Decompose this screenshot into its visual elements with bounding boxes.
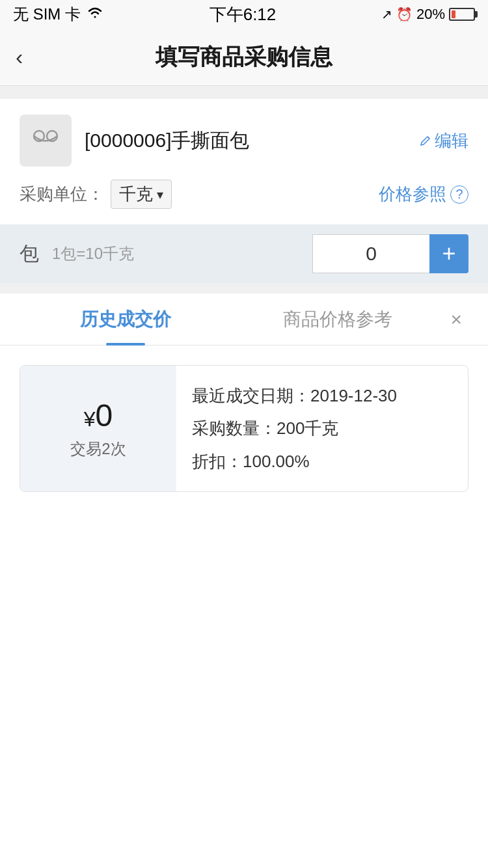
product-logo <box>26 120 65 162</box>
price-ref-label: 价格参照 <box>379 183 446 206</box>
purchase-quantity-label: 采购数量： <box>192 418 277 438</box>
quantity-row: 包 1包=10千克 + <box>0 224 488 283</box>
price-ref-help-icon: ? <box>450 185 468 204</box>
product-info-row: [0000006]手撕面包 <box>20 115 249 167</box>
discount-value: 100.00% <box>243 452 310 471</box>
price-value: 0 <box>96 398 113 433</box>
price-symbol: ¥ <box>84 407 96 431</box>
recent-date-value: 2019-12-30 <box>310 386 397 405</box>
signal-text: 无 SIM 卡 <box>13 4 81 25</box>
location-icon: ↗ <box>381 7 392 22</box>
unit-select[interactable]: 千克 ▾ <box>111 180 172 209</box>
back-button[interactable]: ‹ <box>16 44 23 70</box>
purchase-quantity-value: 200千克 <box>277 418 338 438</box>
history-card: ¥0 交易2次 最近成交日期：2019-12-30 采购数量：200千克 折扣：… <box>20 365 468 492</box>
quantity-plus-button[interactable]: + <box>429 234 468 273</box>
price-ref-button[interactable]: 价格参照 ? <box>379 183 468 206</box>
tab-history-label: 历史成交价 <box>80 307 171 332</box>
tab-history-price[interactable]: 历史成交价 <box>20 293 232 346</box>
history-left: ¥0 交易2次 <box>20 366 176 491</box>
product-header: [0000006]手撕面包 编辑 <box>20 115 468 167</box>
product-thumbnail <box>20 115 72 167</box>
tab-header: 历史成交价 商品价格参考 × <box>0 293 488 346</box>
battery-icon <box>449 8 475 21</box>
status-bar: 无 SIM 卡 下午6:12 ↗ ⏰ 20% <box>0 0 488 29</box>
tab-price-ref-label: 商品价格参考 <box>283 307 392 332</box>
quantity-input[interactable] <box>312 234 429 273</box>
tab-product-price-ref[interactable]: 商品价格参考 <box>232 293 444 346</box>
recent-date-row: 最近成交日期：2019-12-30 <box>192 384 452 407</box>
tab-panel: 历史成交价 商品价格参考 × ¥0 交易2次 最近成交日期：2019-12-30… <box>0 293 488 511</box>
discount-label: 折扣： <box>192 452 243 471</box>
product-card: [0000006]手撕面包 编辑 采购单位： 千克 ▾ 价格参照 ? <box>0 99 488 224</box>
quantity-input-wrap: + <box>312 234 468 273</box>
status-left: 无 SIM 卡 <box>13 4 104 25</box>
wifi-icon <box>86 5 104 23</box>
product-name: [0000006]手撕面包 <box>85 128 249 154</box>
recent-date-label: 最近成交日期： <box>192 386 310 405</box>
tab-close-button[interactable]: × <box>444 308 468 331</box>
unit-value: 千克 <box>119 183 153 206</box>
unit-label: 采购单位： <box>20 183 104 206</box>
battery-percent: 20% <box>416 6 445 23</box>
alarm-icon: ⏰ <box>396 7 413 22</box>
quantity-unit-label: 包 <box>20 241 39 267</box>
page-title: 填写商品采购信息 <box>156 42 332 72</box>
quantity-hint: 1包=10千克 <box>52 243 134 264</box>
page-rest <box>0 511 488 868</box>
unit-dropdown-arrow: ▾ <box>157 187 163 202</box>
nav-bar: ‹ 填写商品采购信息 <box>0 29 488 86</box>
status-right: ↗ ⏰ 20% <box>381 6 475 23</box>
purchase-quantity-row: 采购数量：200千克 <box>192 416 452 440</box>
unit-row: 采购单位： 千克 ▾ 价格参照 ? <box>20 180 468 209</box>
history-right: 最近成交日期：2019-12-30 采购数量：200千克 折扣：100.00% <box>176 366 468 491</box>
edit-button[interactable]: 编辑 <box>419 129 468 152</box>
discount-row: 折扣：100.00% <box>192 450 452 473</box>
history-trades: 交易2次 <box>70 439 126 459</box>
tab-content: ¥0 交易2次 最近成交日期：2019-12-30 采购数量：200千克 折扣：… <box>0 346 488 511</box>
status-time: 下午6:12 <box>210 3 277 26</box>
history-price: ¥0 <box>84 398 113 433</box>
